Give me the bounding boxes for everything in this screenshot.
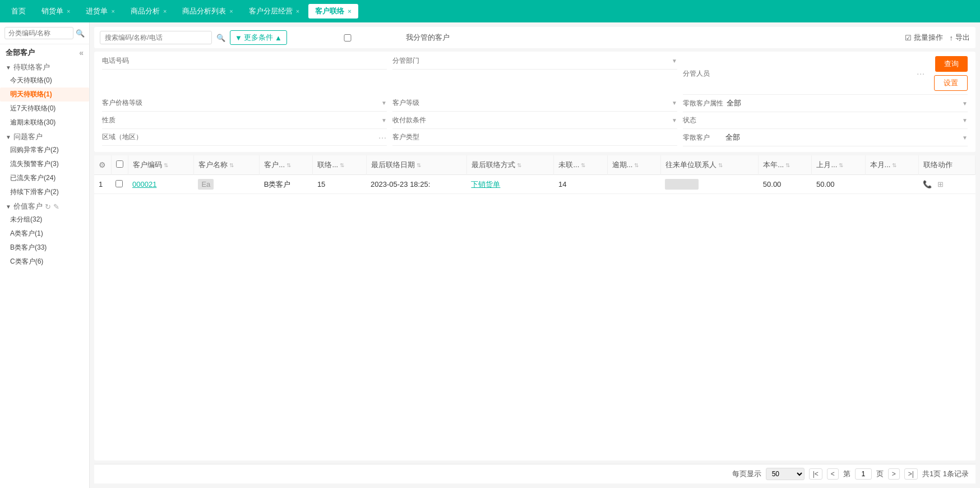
col-last-month: 上月... ⇅ xyxy=(812,155,865,175)
nav-product-analysis[interactable]: 商品分析 × xyxy=(124,4,173,19)
nav-customer-segment-close[interactable]: × xyxy=(296,8,299,15)
page-size-select[interactable]: 50 100 200 xyxy=(766,468,805,480)
nav-sales[interactable]: 销货单 × xyxy=(35,4,77,19)
sidebar-item-churn-warning[interactable]: 流失预警客户(3) xyxy=(0,157,89,171)
sidebar-item-7days-pending[interactable]: 近7天待联络(0) xyxy=(0,102,89,116)
set-btn[interactable]: 设置 xyxy=(934,75,968,91)
value-edit-icon[interactable]: ✎ xyxy=(53,202,59,211)
prev-page-btn[interactable]: < xyxy=(827,468,839,480)
region-select[interactable]: ··· xyxy=(146,133,387,142)
status-select[interactable]: ▼ xyxy=(725,117,968,123)
filter-customer-type: 客户类型 xyxy=(392,132,677,146)
col-code: 客户编码 ⇅ xyxy=(128,155,193,175)
region-dots-icon[interactable]: ··· xyxy=(378,133,387,142)
sidebar-item-repurchase-abnormal[interactable]: 回购异常客户(2) xyxy=(0,143,89,157)
retail-attr-select[interactable]: 全部 ▼ xyxy=(727,98,968,108)
search-submit-icon[interactable]: 🔍 xyxy=(216,34,225,42)
more-filters-btn[interactable]: ▼ 更多条件 ▲ xyxy=(230,30,287,45)
person-dots-icon[interactable]: ··· xyxy=(917,69,925,78)
sidebar-search-input[interactable] xyxy=(4,27,73,39)
cell-name: Ea xyxy=(193,175,259,194)
nav-purchase[interactable]: 进货单 × xyxy=(79,4,121,19)
sort-type-icon[interactable]: ⇅ xyxy=(286,162,291,168)
my-customers-checkbox[interactable] xyxy=(292,34,404,42)
retail-attr-arrow-icon: ▼ xyxy=(962,100,968,107)
cell-unit-contact xyxy=(660,175,759,194)
search-input[interactable] xyxy=(100,31,212,44)
status-arrow-icon: ▼ xyxy=(962,117,968,123)
sort-last-date-icon[interactable]: ⇅ xyxy=(417,162,421,168)
nav-customer-contact-close[interactable]: × xyxy=(348,8,351,15)
value-grade-select[interactable]: ▼ xyxy=(146,100,387,106)
sort-last-method-icon[interactable]: ⇅ xyxy=(517,162,521,168)
col-last-date: 最后联络日期 ⇅ xyxy=(366,155,466,175)
nav-product-analysis-list-close[interactable]: × xyxy=(229,8,233,15)
phone-input[interactable] xyxy=(145,57,387,65)
last-method-link[interactable]: 下销货单 xyxy=(471,180,500,188)
my-customers-checkbox-label[interactable]: 我分管的客户 xyxy=(292,33,450,43)
sort-code-icon[interactable]: ⇅ xyxy=(164,162,168,168)
sidebar-item-churned[interactable]: 已流失客户(24) xyxy=(0,171,89,185)
sidebar-item-declining[interactable]: 持续下滑客户(2) xyxy=(0,185,89,199)
sidebar: 🔍 全部客户 « ▼ 待联络客户 今天待联络(0) 明天待联络(1) 近7天待联… xyxy=(0,22,90,488)
sidebar-item-overdue[interactable]: 逾期未联络(30) xyxy=(0,116,89,130)
table-row: 1 000021 Ea B类客户 15 2023-05-23 18:25: xyxy=(94,175,976,194)
nav-customer-segment[interactable]: 客户分层经营 × xyxy=(242,4,306,19)
export-btn[interactable]: ↑ 导出 xyxy=(950,33,970,43)
sort-last-month-icon[interactable]: ⇅ xyxy=(839,162,843,168)
filter-person: 分管人员 ··· 查询 设置 xyxy=(683,56,968,95)
sort-this-month-icon[interactable]: ⇅ xyxy=(892,162,896,168)
last-page-btn[interactable]: >| xyxy=(904,468,918,480)
sort-name-icon[interactable]: ⇅ xyxy=(229,162,234,168)
value-refresh-icon[interactable]: ↻ xyxy=(45,202,51,211)
filter-dept: 分管部门 ▼ xyxy=(392,56,677,70)
sort-this-year-icon[interactable]: ⇅ xyxy=(785,162,790,168)
nav-product-analysis-list[interactable]: 商品分析列表 × xyxy=(175,4,239,19)
sidebar-item-tomorrow-pending[interactable]: 明天待联络(1) xyxy=(0,88,89,102)
nav-customer-contact[interactable]: 客户联络 × xyxy=(308,4,358,19)
sidebar-item-b-class[interactable]: B类客户(33) xyxy=(0,241,89,255)
nav-purchase-close[interactable]: × xyxy=(111,8,114,15)
customer-code-link[interactable]: 000021 xyxy=(132,180,156,188)
payment-select[interactable]: ▼ xyxy=(435,117,677,123)
payment-arrow-icon: ▼ xyxy=(672,117,677,123)
sidebar-item-today-pending[interactable]: 今天待联络(0) xyxy=(0,73,89,88)
sidebar-item-c-class[interactable]: C类客户(6) xyxy=(0,255,89,269)
nav-sales-close[interactable]: × xyxy=(67,8,70,15)
action-phone-icon[interactable]: 📞 xyxy=(923,180,932,188)
customer-grade-select[interactable]: ▼ xyxy=(435,100,677,106)
col-this-month: 本月... ⇅ xyxy=(865,155,918,175)
sidebar-collapse-btn[interactable]: « xyxy=(79,48,84,57)
sort-overdue-icon[interactable]: ⇅ xyxy=(634,162,639,168)
cell-this-year: 50.00 xyxy=(759,175,812,194)
query-btn[interactable]: 查询 xyxy=(935,56,968,72)
select-all-checkbox[interactable] xyxy=(116,160,123,168)
first-page-btn[interactable]: |< xyxy=(809,468,822,480)
next-page-btn[interactable]: > xyxy=(888,468,900,480)
batch-operation-btn[interactable]: ☑ 批量操作 xyxy=(905,33,943,43)
value-group-label: ▼ 价值客户 ↻ ✎ xyxy=(0,199,89,213)
nav-home[interactable]: 首页 xyxy=(4,4,33,19)
sidebar-search-icon[interactable]: 🔍 xyxy=(76,29,85,38)
col-name: 客户名称 ⇅ xyxy=(193,155,259,175)
nav-product-analysis-close[interactable]: × xyxy=(163,8,167,15)
problem-arrow-icon: ▼ xyxy=(6,134,11,140)
sort-contact-icon[interactable]: ⇅ xyxy=(340,162,344,168)
dept-select[interactable]: ▼ xyxy=(435,58,677,64)
search-bar: 🔍 ▼ 更多条件 ▲ 我分管的客户 ☑ 批量操作 ↑ 导出 xyxy=(94,27,976,48)
action-qr-icon[interactable]: ⊞ xyxy=(937,180,944,188)
row-checkbox[interactable] xyxy=(115,180,123,187)
col-this-year: 本年... ⇅ xyxy=(759,155,812,175)
person-select[interactable]: ··· xyxy=(725,69,925,78)
sidebar-item-ungrouped[interactable]: 未分组(32) xyxy=(0,213,89,227)
col-contact: 联络... ⇅ xyxy=(313,155,366,175)
page-number-input[interactable] xyxy=(855,468,872,480)
sort-uncontact-icon[interactable]: ⇅ xyxy=(581,162,585,168)
table-settings-icon[interactable]: ⚙ xyxy=(99,160,106,169)
value-grade-arrow-icon: ▼ xyxy=(381,100,387,106)
sort-unit-icon[interactable]: ⇅ xyxy=(718,162,723,168)
sidebar-item-a-class[interactable]: A类客户(1) xyxy=(0,227,89,241)
col-overdue: 逾期... ⇅ xyxy=(607,155,660,175)
retail-customer-select[interactable]: 全部 ▼ xyxy=(725,132,968,142)
gender-select[interactable]: ▼ xyxy=(145,117,387,123)
